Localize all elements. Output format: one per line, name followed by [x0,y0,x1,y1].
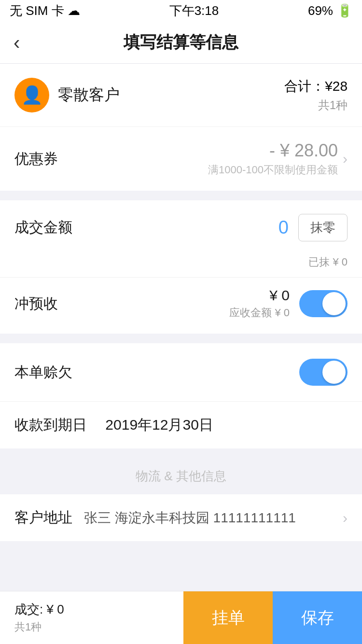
already-deducted: 已抹 ¥ 0 [0,255,362,277]
bottom-transaction-label: 成交: [14,602,43,616]
prereceive-receivable: 应收金额 ¥ 0 [229,306,290,320]
prereceive-amount: ¥ 0 [229,287,290,304]
transaction-amount-value: 0 [278,217,289,238]
address-section: 客户地址 张三 海淀永丰科技园 11111111111 › [0,494,362,541]
address-label: 客户地址 [14,508,72,528]
bottom-count: 共1种 [14,620,169,634]
total-amount: 合计：¥28 [284,77,348,96]
round-down-button[interactable]: 抹零 [298,214,348,241]
bottom-bar: 成交: ¥ 0 共1种 挂单 保存 [0,591,362,644]
transaction-amount-label: 成交金额 [14,218,72,238]
debt-section: 本单赊欠 收款到期日 2019年12月30日 [0,343,362,448]
debt-toggle-circle [322,361,346,384]
back-button[interactable]: ‹ [14,33,20,52]
prereceive-right: ¥ 0 应收金额 ¥ 0 [229,287,348,320]
address-chevron-icon: › [343,510,348,526]
coupon-right: - ¥ 28.00 满1000-100不限制使用金额 › [208,140,348,177]
bottom-transaction: 成交: ¥ 0 [14,601,169,618]
coupon-amount: - ¥ 28.00 [208,140,338,161]
logistics-label: 物流 & 其他信息 [136,469,226,483]
coupon-desc: 满1000-100不限制使用金额 [208,163,338,177]
prereceive-label: 冲预收 [14,294,58,314]
customer-totals: 合计：¥28 共1种 [284,77,348,113]
amount-section: 成交金额 0 抹零 已抹 ¥ 0 冲预收 ¥ 0 应收金额 ¥ 0 [0,200,362,334]
transaction-amount-right: 0 抹零 [278,214,348,241]
address-row[interactable]: 客户地址 张三 海淀永丰科技园 11111111111 › [0,494,362,541]
debt-toggle[interactable] [299,359,348,386]
chevron-right-icon: › [343,151,348,167]
customer-section: 👤 零散客户 合计：¥28 共1种 优惠券 - ¥ 28.00 满1000-10… [0,64,362,191]
avatar: 👤 [14,78,49,112]
transaction-amount-row: 成交金额 0 抹零 [0,200,362,255]
page-title: 填写结算等信息 [124,31,238,54]
logistics-divider: 物流 & 其他信息 [0,458,362,494]
address-value: 张三 海淀永丰科技园 11111111111 [84,509,343,527]
prereceive-info: ¥ 0 应收金额 ¥ 0 [229,287,290,320]
bottom-left: 成交: ¥ 0 共1种 [0,601,183,634]
debt-label: 本单赊欠 [14,363,72,382]
pending-button[interactable]: 挂单 [183,591,273,644]
status-right: 69% 🔋 [308,3,352,18]
coupon-label: 优惠券 [14,149,58,169]
sim-label: 无 SIM 卡 ☁ [10,2,80,19]
total-count: 共1种 [284,98,348,113]
nav-bar: ‹ 填写结算等信息 [0,21,362,64]
debt-row: 本单赊欠 [0,343,362,401]
customer-name: 零散客户 [58,84,120,106]
due-date-label: 收款到期日 [14,417,87,433]
bottom-transaction-value: ¥ 0 [46,602,64,616]
battery-label: 69% [308,3,333,18]
avatar-icon: 👤 [21,85,43,105]
due-date-value: 2019年12月30日 [105,417,213,433]
prereceive-row: 冲预收 ¥ 0 应收金额 ¥ 0 [0,277,362,334]
status-left: 无 SIM 卡 ☁ [10,2,80,19]
due-date-row: 收款到期日 2019年12月30日 [0,401,362,448]
coupon-row[interactable]: 优惠券 - ¥ 28.00 满1000-100不限制使用金额 › [0,126,362,191]
coupon-info: - ¥ 28.00 满1000-100不限制使用金额 [208,140,338,177]
status-bar: 无 SIM 卡 ☁ 下午3:18 69% 🔋 [0,0,362,21]
toggle-circle [322,292,346,315]
customer-left: 👤 零散客户 [14,78,120,112]
battery-icon: 🔋 [337,3,352,18]
save-button[interactable]: 保存 [273,591,362,644]
prereceive-toggle[interactable] [299,290,348,317]
status-time: 下午3:18 [169,2,219,19]
customer-row: 👤 零散客户 合计：¥28 共1种 [0,64,362,126]
